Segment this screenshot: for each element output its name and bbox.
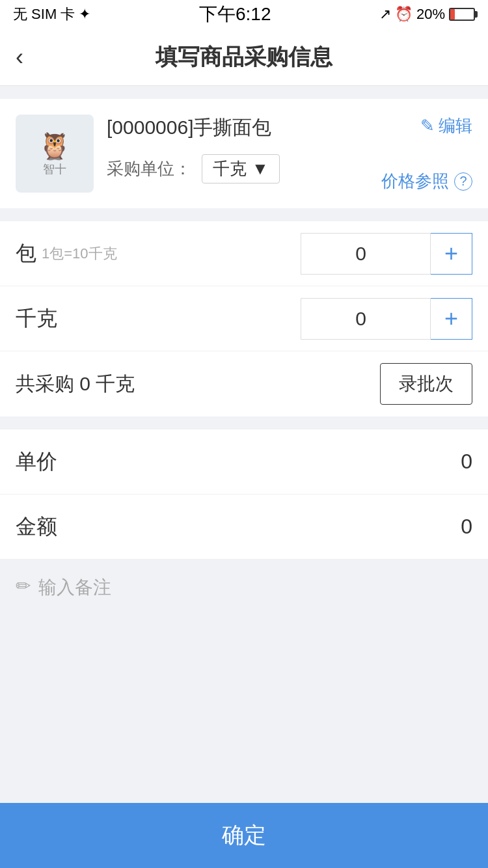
product-card: 🦉 智十 [0000006]手撕面包 采购单位： 千克 ▼ ✎ 编辑 价格参照 … <box>0 99 488 208</box>
remark-section[interactable]: ✏ 输入备注 <box>0 560 488 638</box>
summary-row: 共采购 0 千克 录批次 <box>0 351 488 416</box>
pencil-icon: ✏ <box>16 575 31 597</box>
pack-sub: 1包=10千克 <box>42 244 117 264</box>
unit-selector[interactable]: 千克 ▼ <box>202 154 280 183</box>
edit-button[interactable]: ✎ 编辑 <box>420 115 472 137</box>
kg-plus-button[interactable]: + <box>431 298 472 340</box>
pack-label: 包 <box>16 239 36 268</box>
pack-input[interactable] <box>301 233 431 275</box>
sim-status: 无 SIM 卡 ✦ <box>13 5 90 24</box>
kg-input-row: 千克 + <box>0 286 488 351</box>
separator-mid <box>0 208 488 221</box>
amount-value: 0 <box>461 515 472 539</box>
status-time: 下午6:12 <box>199 2 271 27</box>
pack-control: + <box>301 233 472 275</box>
price-ref-button[interactable]: 价格参照 ? <box>381 170 472 193</box>
edit-label: 编辑 <box>439 115 472 137</box>
input-section: 包 1包=10千克 + 千克 + 共采购 0 千克 录批次 <box>0 221 488 416</box>
unit-price-row: 单价 0 <box>0 429 488 495</box>
kg-control: + <box>301 298 472 340</box>
status-bar: 无 SIM 卡 ✦ 下午6:12 ↗ ⏰ 20% <box>0 0 488 29</box>
separator-top <box>0 86 488 99</box>
amount-row: 金额 0 <box>0 495 488 560</box>
page-title: 填写商品采购信息 <box>156 42 332 72</box>
logo-text: 智十 <box>43 161 66 177</box>
unit-price-label: 单价 <box>16 448 57 476</box>
edit-icon: ✎ <box>420 116 435 136</box>
status-right: ↗ ⏰ 20% <box>379 6 475 23</box>
summary-text: 共采购 0 千克 <box>16 371 135 398</box>
kg-label: 千克 <box>16 305 57 333</box>
product-logo: 🦉 智十 <box>38 131 71 177</box>
dropdown-icon: ▼ <box>252 159 269 179</box>
battery-percent: 20% <box>416 6 445 23</box>
price-ref-label: 价格参照 <box>381 170 449 193</box>
remark-placeholder: 输入备注 <box>38 575 111 600</box>
owl-icon: 🦉 <box>38 131 71 161</box>
confirm-button[interactable]: 确定 <box>0 803 488 868</box>
price-ref-icon: ? <box>454 172 472 191</box>
record-batch-button[interactable]: 录批次 <box>380 363 472 405</box>
status-left: 无 SIM 卡 ✦ <box>13 5 90 24</box>
price-info-section: 单价 0 金额 0 <box>0 429 488 560</box>
alarm-icon: ⏰ <box>395 6 413 23</box>
back-button[interactable]: ‹ <box>16 44 23 71</box>
pack-input-row: 包 1包=10千克 + <box>0 221 488 286</box>
nav-bar: ‹ 填写商品采购信息 <box>0 29 488 86</box>
unit-value: 千克 <box>213 157 247 180</box>
unit-label: 采购单位： <box>107 157 191 180</box>
battery-icon <box>449 8 475 21</box>
location-icon: ↗ <box>379 6 391 23</box>
kg-input[interactable] <box>301 298 431 340</box>
pack-plus-button[interactable]: + <box>431 233 472 275</box>
unit-price-value: 0 <box>461 450 472 474</box>
product-name: [0000006]手撕面包 <box>107 115 472 141</box>
product-image: 🦉 智十 <box>16 115 94 193</box>
separator-mid2 <box>0 416 488 429</box>
amount-label: 金额 <box>16 513 57 541</box>
